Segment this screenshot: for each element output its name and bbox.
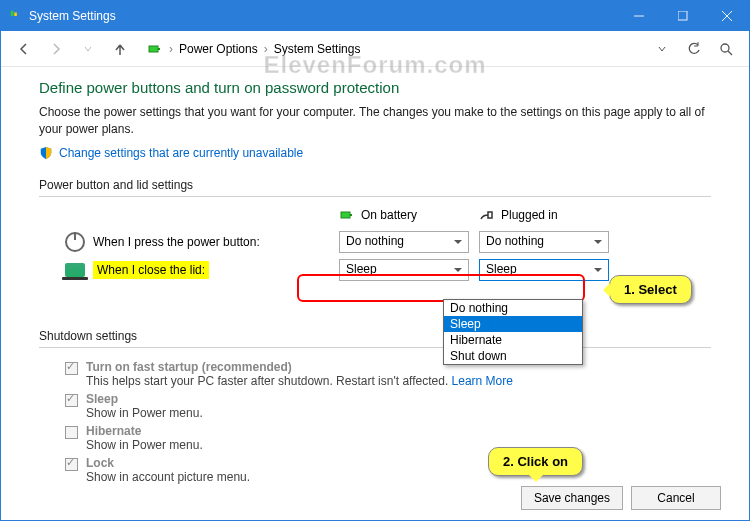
callout-click: 2. Click on bbox=[488, 447, 583, 476]
dropdown-option-do-nothing[interactable]: Do nothing bbox=[444, 300, 582, 316]
titlebar: System Settings bbox=[1, 1, 749, 31]
dropdown-option-hibernate[interactable]: Hibernate bbox=[444, 332, 582, 348]
checkbox-icon bbox=[65, 458, 78, 471]
content-area: Define power buttons and turn on passwor… bbox=[1, 67, 749, 486]
search-button[interactable] bbox=[715, 38, 737, 60]
battery-icon bbox=[339, 207, 355, 223]
svg-rect-3 bbox=[678, 11, 687, 20]
breadcrumb-item-2[interactable]: System Settings bbox=[274, 42, 361, 56]
close-lid-label: When I close the lid: bbox=[93, 261, 209, 279]
svg-rect-10 bbox=[341, 212, 350, 218]
battery-icon bbox=[147, 41, 163, 57]
section-power-lid: Power button and lid settings bbox=[39, 178, 711, 197]
checkbox-hibernate[interactable]: HibernateShow in Power menu. bbox=[39, 422, 711, 454]
learn-more-link[interactable]: Learn More bbox=[452, 374, 513, 388]
checkbox-fast-startup[interactable]: Turn on fast startup (recommended)This h… bbox=[39, 358, 711, 390]
back-button[interactable] bbox=[13, 38, 35, 60]
recent-dropdown-icon[interactable] bbox=[77, 38, 99, 60]
checkbox-sleep[interactable]: SleepShow in Power menu. bbox=[39, 390, 711, 422]
power-button-battery-select[interactable]: Do nothing bbox=[339, 231, 469, 253]
svg-rect-11 bbox=[350, 214, 352, 216]
breadcrumb-item-1[interactable]: Power Options bbox=[179, 42, 258, 56]
breadcrumb-dropdown-icon[interactable] bbox=[651, 38, 673, 60]
dropdown-list: Do nothing Sleep Hibernate Shut down bbox=[443, 299, 583, 365]
plug-icon bbox=[479, 207, 495, 223]
refresh-button[interactable] bbox=[683, 38, 705, 60]
breadcrumb[interactable]: › Power Options › System Settings bbox=[141, 41, 641, 57]
svg-rect-1 bbox=[14, 13, 17, 17]
power-icon bbox=[65, 232, 85, 252]
svg-rect-6 bbox=[149, 46, 158, 52]
close-lid-plugged-select[interactable]: Sleep bbox=[479, 259, 609, 281]
laptop-icon bbox=[65, 263, 85, 277]
minimize-button[interactable] bbox=[617, 1, 661, 31]
section-shutdown: Shutdown settings bbox=[39, 329, 711, 348]
row-close-lid: When I close the lid: Sleep Sleep bbox=[39, 259, 711, 281]
window-title: System Settings bbox=[29, 9, 617, 23]
close-lid-battery-select[interactable]: Sleep bbox=[339, 259, 469, 281]
callout-select: 1. Select bbox=[609, 275, 692, 304]
up-button[interactable] bbox=[109, 38, 131, 60]
power-button-plugged-select[interactable]: Do nothing bbox=[479, 231, 609, 253]
column-headers: On battery Plugged in bbox=[339, 207, 711, 223]
svg-rect-0 bbox=[11, 11, 14, 16]
dropdown-option-sleep[interactable]: Sleep bbox=[444, 316, 582, 332]
app-icon bbox=[9, 9, 23, 23]
cancel-button[interactable]: Cancel bbox=[631, 486, 721, 510]
svg-rect-7 bbox=[158, 48, 160, 50]
change-settings-link[interactable]: Change settings that are currently unava… bbox=[39, 146, 303, 160]
dropdown-option-shut-down[interactable]: Shut down bbox=[444, 348, 582, 364]
close-button[interactable] bbox=[705, 1, 749, 31]
checkbox-icon bbox=[65, 394, 78, 407]
svg-line-9 bbox=[728, 51, 732, 55]
toolbar: › Power Options › System Settings bbox=[1, 31, 749, 67]
svg-point-8 bbox=[721, 44, 729, 52]
maximize-button[interactable] bbox=[661, 1, 705, 31]
save-changes-button[interactable]: Save changes bbox=[521, 486, 623, 510]
checkbox-icon bbox=[65, 426, 78, 439]
page-title: Define power buttons and turn on passwor… bbox=[39, 79, 711, 96]
row-power-button: When I press the power button: Do nothin… bbox=[39, 231, 711, 253]
shield-icon bbox=[39, 146, 53, 160]
page-description: Choose the power settings that you want … bbox=[39, 104, 711, 138]
checkbox-icon bbox=[65, 362, 78, 375]
footer-buttons: Save changes Cancel bbox=[521, 486, 721, 510]
checkbox-lock[interactable]: LockShow in account picture menu. bbox=[39, 454, 711, 486]
forward-button[interactable] bbox=[45, 38, 67, 60]
